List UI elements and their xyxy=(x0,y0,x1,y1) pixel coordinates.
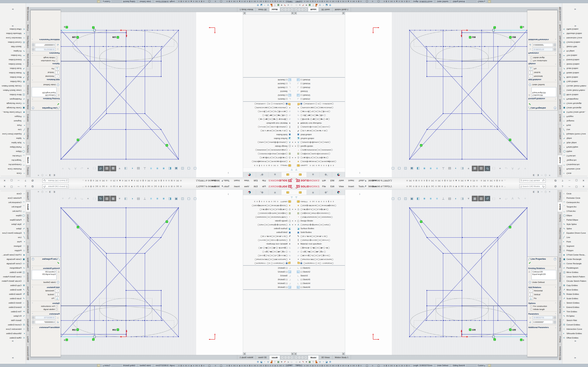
tree-row[interactable]: ∟(-)Sketch2 xyxy=(294,93,345,97)
tree-row[interactable]: ∟(-)Sketch1 xyxy=(294,97,345,101)
parameter-value[interactable]: 0.00000000° xyxy=(35,320,55,324)
close-button[interactable]: ✕ xyxy=(1,185,8,188)
tool-segment[interactable]: ∷Segment xyxy=(562,244,588,248)
tool-fit-spline[interactable]: ∿Fit Spline xyxy=(562,49,588,53)
command-tab-mold-tools[interactable]: Mold Tools xyxy=(26,284,30,298)
status-icon-0[interactable]: ◇ xyxy=(295,4,297,7)
tool-linear-sketch-pattern[interactable]: ∷Linear Sketch Pattern xyxy=(562,88,588,93)
view-toolbar-button-13[interactable]: ▦ xyxy=(472,166,478,171)
tool-partial-ellipse[interactable]: ◔Partial Ellipse xyxy=(562,217,588,222)
tree-row[interactable]: ▱◯╋ИΝ◎♟+◯*◉[◯⊙◯]◉*◯+♟◯ xyxy=(294,117,345,121)
tree-row[interactable]: ≡Material <not specified> xyxy=(243,242,294,246)
tool-circular-sketch-pattern[interactable]: ∴Circular Sketch Pattern xyxy=(0,84,26,88)
close-button[interactable]: ✕ xyxy=(1,179,8,182)
options-header[interactable]: Options ⌃ xyxy=(527,301,557,305)
tree-row[interactable]: ▶◷◯Y♟◎╋25°Ѕ◯⊙◯Ѕ°25╋◎♟Y◯ xyxy=(294,156,345,160)
command-tab-sheet-metal[interactable]: Sheet Metal xyxy=(26,96,30,112)
taskbar-app-label[interactable]: TЯPDL2. xyxy=(294,365,304,367)
login-button[interactable]: ⊘ xyxy=(29,184,36,188)
tool-intersection-curve[interactable]: ∩Intersection Curve xyxy=(0,36,26,40)
tree-row[interactable]: TЯPDL2.⊙ ЗЄ ⊙ Ш ⊙ ⊙ ⊙ ╋ ⊙ Э xyxy=(243,164,294,167)
view-toolbar-button-4[interactable]: ◧ xyxy=(415,196,421,201)
view-toolbar-button-8[interactable]: ⊥ xyxy=(440,196,446,201)
view-toolbar-button-11[interactable]: ◨ xyxy=(123,166,129,171)
tool-line[interactable]: ╱Line xyxy=(0,128,26,132)
status-icon-1[interactable]: ◈ xyxy=(287,360,289,363)
tree-filter-row[interactable]: ▽ xyxy=(294,167,345,172)
tool-mirror-entities[interactable]: ◫Mirror Entities xyxy=(0,270,26,274)
view-toolbar-button-2[interactable]: ◫ xyxy=(403,196,408,201)
view-toolbar-button-4[interactable]: ◧ xyxy=(167,166,173,171)
tree-row[interactable]: ▣Solid Bodies xyxy=(243,133,294,137)
view-toolbar-button-9[interactable]: ▤ xyxy=(135,196,141,201)
help-button[interactable]: ? xyxy=(22,185,29,188)
tool-circle[interactable]: ○Circle xyxy=(0,171,26,176)
tree-row[interactable]: ∟(-)Sketch5 xyxy=(294,86,345,90)
ok-button[interactable]: ✔ xyxy=(527,102,557,106)
doc-restore-icon[interactable]: ▢ xyxy=(41,191,43,193)
tool-sketch-fillet[interactable]: ◜Sketch Fillet xyxy=(562,318,588,322)
view-toolbar-button-10[interactable]: ◐ xyxy=(129,196,135,201)
command-tab-surfaces[interactable]: Surfaces xyxy=(26,143,30,155)
parameter-value[interactable]: 0.00000000° xyxy=(533,320,553,324)
add-relations-header[interactable]: Add Relations ⌃ xyxy=(527,285,557,289)
tool-ellipse[interactable]: ◯Ellipse xyxy=(0,213,26,217)
tool-line[interactable]: ╱Line xyxy=(562,128,588,132)
view-toolbar-button-0[interactable]: ▢ xyxy=(192,196,198,201)
checkbox-icon[interactable] xyxy=(56,60,58,62)
tool-copy-entities[interactable]: ⊞Copy Entities xyxy=(0,80,26,84)
status-icon-2[interactable]: ✎ xyxy=(284,360,286,363)
additional-parameters-header[interactable]: Additional Parameters ⌄ xyxy=(527,38,557,42)
doc-minimize-icon[interactable]: ─ xyxy=(541,174,543,176)
spinner[interactable]: ▲▼ xyxy=(554,48,556,51)
tool-intersection-curve[interactable]: ∩Intersection Curve xyxy=(562,327,588,331)
command-tab-weldments[interactable]: Weldments xyxy=(558,83,562,96)
checkbox-for-construction[interactable]: For construction xyxy=(527,59,557,62)
tree-row[interactable]: ∟(-)Sketch4 xyxy=(243,82,294,86)
search-input[interactable]: ❑ Search CAD Models ▾ xyxy=(42,179,69,183)
view-toolbar-button-20[interactable]: ✎ xyxy=(66,166,72,171)
view-toolbar-button-12[interactable]: ▾ xyxy=(117,196,122,201)
tool-ellipse[interactable]: ◯Ellipse xyxy=(0,150,26,154)
relation-entry[interactable]: Collinear108 xyxy=(33,94,56,96)
tab-nav-icon-2[interactable]: › xyxy=(284,356,287,359)
menu-view[interactable]: View xyxy=(242,179,251,182)
tab-propertymanager[interactable]: ⧈ xyxy=(269,190,281,195)
tool-3-point-center-recta-[interactable]: ◈3 Point Center Recta... xyxy=(562,110,588,115)
checkbox-infinite-length[interactable]: Infinite length xyxy=(527,56,557,59)
doc-prev-icon[interactable]: ◧ xyxy=(53,191,55,193)
overflow-chevron-icon[interactable]: ≫ xyxy=(562,8,588,10)
more-tools-chevron-icon[interactable]: ≫ xyxy=(562,25,588,27)
command-tab-weldments[interactable]: Weldments xyxy=(26,83,30,96)
tree-row[interactable]: ✎◯25·∪*♟ΑΜ◯⊙◯ΜΑ♟*∪·25◯ xyxy=(243,234,294,238)
view-toolbar-button-4[interactable]: ◧ xyxy=(415,166,421,171)
tree-row[interactable]: ✎◯25·∪*♟ΑΜ◯⊙◯ΜΑ♟*∪·25◯ xyxy=(294,129,345,133)
collapse-chevron-icon[interactable]: ⌃ xyxy=(32,313,33,315)
search-dropdown-icon[interactable]: ▾ xyxy=(43,180,44,182)
view-toolbar-button-21[interactable]: ✕ xyxy=(522,166,528,171)
tree-row[interactable]: ⌖◯ИΝеЭGе⊙♟◎◯⊙◯◎♟⊙еGЭеИΝ◯ xyxy=(294,106,345,110)
tool-circle[interactable]: ○Circle xyxy=(0,191,26,196)
tool-rotate-entities[interactable]: ↻Rotate Entities xyxy=(0,71,26,75)
menu-edit[interactable]: Edit xyxy=(251,179,260,182)
tool-equation-driven-curve[interactable]: ƒEquation Driven Curve xyxy=(0,132,26,136)
doc-restore-icon[interactable]: ▢ xyxy=(545,191,546,193)
tab-nav-icon-0[interactable]: « xyxy=(295,8,298,11)
menu-file[interactable]: File xyxy=(260,179,268,182)
menu-file[interactable]: File xyxy=(260,185,268,188)
command-tab-mbd-dimensions[interactable]: MBD Dimensions xyxy=(558,344,562,360)
tool-perimeter-circle[interactable]: ◌Perimeter Circle xyxy=(0,196,26,200)
taskbar-ring-icon[interactable]: ◯ xyxy=(377,364,380,367)
more-tools-chevron-icon[interactable]: ≫ xyxy=(0,340,26,342)
doc-tab-model[interactable]: Model xyxy=(308,7,319,12)
tool-parallelogram[interactable]: ▱Parallelogram xyxy=(562,97,588,101)
status-icon-10[interactable]: ⚙ xyxy=(329,360,331,363)
status-icon-3[interactable]: ≡ xyxy=(281,360,282,363)
pin-icon[interactable] xyxy=(364,185,366,187)
view-toolbar-button-5[interactable]: ■ xyxy=(421,166,427,171)
splitter-handle-icon[interactable]: ⊙ xyxy=(260,175,261,176)
tool-3-point-arc[interactable]: ◡3 Point Arc xyxy=(0,209,26,213)
tool-3-point-center-recta-[interactable]: ◈3 Point Center Recta... xyxy=(0,252,26,257)
doc-tab-motion-study-1[interactable]: Motion Study 1 xyxy=(237,7,256,12)
search-icon[interactable] xyxy=(44,180,46,181)
